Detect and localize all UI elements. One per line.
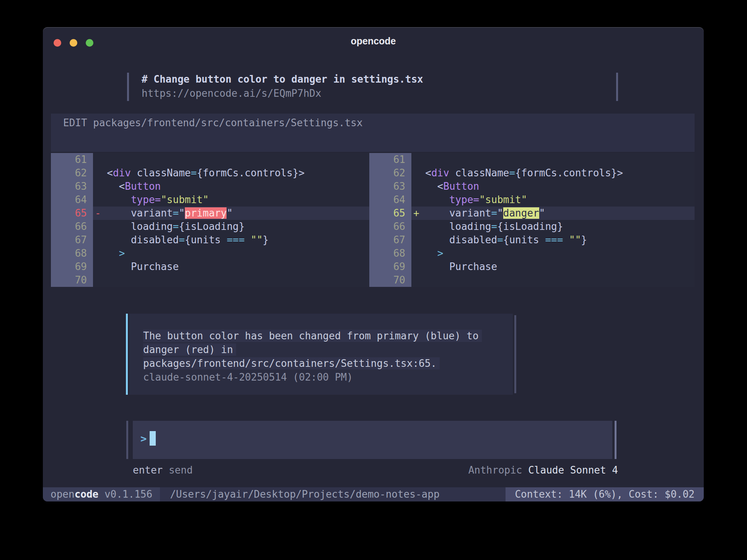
diff-row: 70 (369, 273, 695, 287)
diff-row: 65+ variant="danger" (369, 207, 695, 220)
line-number: 68 (51, 247, 93, 260)
model-name: Claude Sonnet 4 (528, 464, 618, 476)
diff-row: 68 > (369, 247, 695, 260)
diff-left-pane: 6162 <div className={formCs.controls}>63… (51, 153, 369, 287)
diff-row: 62 <div className={formCs.controls}> (51, 166, 369, 180)
code-line: disabled={units === ""} (411, 233, 695, 247)
message-line: The button color has been changed from p… (143, 329, 482, 343)
diff-right-pane: 6162 <div className={formCs.controls}>63… (369, 153, 695, 287)
prompt-left-bar (127, 73, 129, 101)
edit-file-label: EDIT packages/frontend/src/containers/Se… (63, 117, 363, 129)
context-cost-segment: Context: 14K (6%), Cost: $0.02 (506, 487, 704, 501)
message-accent-bar (126, 314, 128, 395)
app-name-suffix: code (75, 488, 99, 500)
line-number: 66 (369, 220, 411, 233)
line-number: 63 (51, 180, 93, 193)
code-line (411, 273, 695, 287)
line-number: 64 (51, 193, 93, 207)
message-meta: claude-sonnet-4-20250514 (02:00 PM) (143, 370, 482, 384)
model-indicator: Anthropic Claude Sonnet 4 (468, 463, 618, 477)
line-number: 61 (369, 153, 411, 166)
cwd-segment: /Users/jayair/Desktop/Projects/demo-note… (160, 487, 506, 501)
code-line: <Button (411, 180, 695, 193)
code-line: + variant="danger" (411, 207, 695, 220)
diff-row: 67 disabled={units === ""} (51, 233, 369, 247)
line-number: 66 (51, 220, 93, 233)
message-body: The button color has been changed from p… (129, 314, 513, 395)
enter-key-hint: enter (133, 464, 163, 476)
diff-row: 66 loading={isLoading} (369, 220, 695, 233)
code-line: type="submit" (411, 193, 695, 207)
code-line: <div className={formCs.controls}> (411, 166, 695, 180)
line-number: 63 (369, 180, 411, 193)
code-line: Purchase (93, 260, 369, 273)
code-line: Purchase (411, 260, 695, 273)
message-line: danger (red) in (143, 343, 482, 357)
edit-tool-panel: EDIT packages/frontend/src/containers/Se… (51, 114, 695, 152)
code-line (411, 153, 695, 166)
prompt-input[interactable]: > (133, 421, 612, 459)
diff-row: 69 Purchase (51, 260, 369, 273)
code-line (93, 273, 369, 287)
message-text: The button color has been changed from p… (143, 329, 482, 384)
diff-row: 65- variant="primary" (51, 207, 369, 220)
diff-row: 64 type="submit" (51, 193, 369, 207)
line-number: 67 (369, 233, 411, 247)
opencode-window: opencode # Change button color to danger… (43, 27, 704, 501)
code-line: > (411, 247, 695, 260)
share-url[interactable]: https://opencode.ai/s/EQmP7hDx (142, 88, 321, 99)
user-prompt-header: # Change button color to danger in setti… (127, 73, 617, 101)
chat-input-area: > (126, 421, 618, 459)
message-line: packages/frontend/src/containers/Setting… (143, 357, 482, 370)
line-number: 65 (369, 207, 411, 220)
send-hint (163, 464, 169, 476)
line-number: 69 (369, 260, 411, 273)
send-action-label: send (169, 464, 193, 476)
line-number: 70 (51, 273, 93, 287)
input-right-bar (615, 421, 617, 459)
line-number: 64 (369, 193, 411, 207)
line-number: 68 (369, 247, 411, 260)
prompt-title: # Change button color to danger in setti… (142, 73, 423, 85)
line-number: 69 (51, 260, 93, 273)
input-footer: enter send Anthropic Claude Sonnet 4 (133, 463, 618, 477)
line-number: 62 (369, 166, 411, 180)
code-line (93, 153, 369, 166)
status-bar: opencode v0.1.156 /Users/jayair/Desktop/… (43, 487, 704, 501)
desktop: opencode # Change button color to danger… (0, 0, 747, 560)
app-name-prefix: open (51, 488, 75, 500)
diff-view: 6162 <div className={formCs.controls}>63… (51, 153, 695, 287)
code-line: <Button (93, 180, 369, 193)
diff-row: 66 loading={isLoading} (51, 220, 369, 233)
code-line: loading={isLoading} (411, 220, 695, 233)
diff-row: 62 <div className={formCs.controls}> (369, 166, 695, 180)
diff-row: 69 Purchase (369, 260, 695, 273)
app-version-segment: opencode v0.1.156 (43, 487, 160, 501)
diff-row: 61 (51, 153, 369, 166)
diff-row: 64 type="submit" (369, 193, 695, 207)
text-cursor (150, 431, 156, 446)
code-line: - variant="primary" (93, 207, 369, 220)
diff-row: 68 > (51, 247, 369, 260)
diff-row: 67 disabled={units === ""} (369, 233, 695, 247)
prompt-chevron: > (140, 433, 147, 444)
provider-label: Anthropic (468, 464, 522, 476)
line-number: 70 (369, 273, 411, 287)
diff-row: 61 (369, 153, 695, 166)
app-version: v0.1.156 (98, 488, 152, 500)
code-line: disabled={units === ""} (93, 233, 369, 247)
title-bar[interactable]: opencode (43, 27, 704, 49)
assistant-message: The button color has been changed from p… (126, 314, 519, 395)
window-title: opencode (43, 36, 704, 47)
code-line: <div className={formCs.controls}> (93, 166, 369, 180)
code-line: > (93, 247, 369, 260)
diff-row: 63 <Button (369, 180, 695, 193)
prompt-right-bar (616, 73, 618, 101)
code-line: type="submit" (93, 193, 369, 207)
code-line: loading={isLoading} (93, 220, 369, 233)
line-number: 67 (51, 233, 93, 247)
diff-row: 63 <Button (51, 180, 369, 193)
input-left-bar (126, 421, 128, 459)
message-right-bar (514, 315, 516, 393)
line-number: 65 (51, 207, 93, 220)
